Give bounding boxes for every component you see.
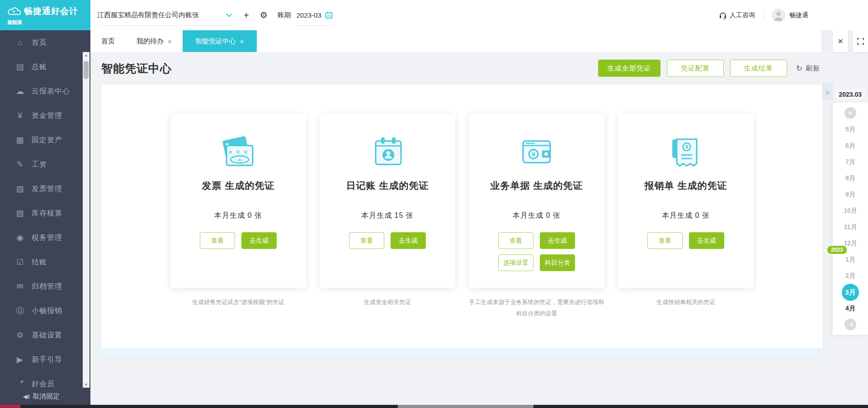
sidebar-item-funds[interactable]: ¥ 资金管理 (0, 103, 90, 128)
money-bag-icon: ¥ (15, 111, 25, 121)
month-item-feb[interactable]: 2月 (845, 268, 855, 284)
refresh-button[interactable]: ↻ 刷新 (793, 60, 823, 77)
month-item-oct[interactable]: 10月 (844, 203, 857, 219)
company-name: 江西服宝精品有限责任公司内账张 (97, 11, 199, 19)
svg-text:¥: ¥ (13, 9, 15, 14)
sidebar-item-closing[interactable]: ☑ 结账 (0, 250, 90, 274)
sidebar-item-inventory[interactable]: ▨ 库存核算 (0, 201, 90, 225)
sidebar-item-cloud-reports[interactable]: ☁ 云报表中心 (0, 79, 90, 103)
generate-result-button[interactable]: 生成结果 (730, 60, 787, 77)
card-expense-vouchers: ¥ 报销单 生成的凭证 本月生成 0 张 查看 去生成 (618, 114, 754, 288)
tab-my-todo[interactable]: 我的待办 × (126, 30, 183, 52)
go-generate-button[interactable]: 去生成 (540, 232, 575, 249)
bottom-edge-red-segment (0, 405, 20, 408)
fullscreen-icon (857, 38, 864, 45)
card-caption: 生成报销单相关的凭证 (618, 297, 754, 319)
page-title: 智能凭证中心 (101, 61, 172, 76)
view-button[interactable]: 查看 (200, 232, 235, 249)
collapse-rail-button[interactable]: » (822, 83, 833, 100)
scrollbar-down-icon[interactable]: ▼ (83, 381, 90, 388)
add-account-button[interactable]: + (244, 11, 249, 20)
go-generate-button[interactable]: 去生成 (241, 232, 277, 249)
card-title: 发票 生成的凭证 (202, 179, 275, 192)
card-count: 本月生成 15 张 (361, 211, 414, 220)
sidebar-item-beginner-guide[interactable]: ▶ 新手引导 (0, 347, 90, 372)
sidebar-scrollbar[interactable]: ▲ ▼ (83, 52, 90, 388)
calendar-icon[interactable] (325, 11, 333, 19)
chevron-down-icon: « (847, 323, 854, 326)
card-caption: 生成销售凭证或含"进项税额"的凭证 (170, 297, 306, 319)
gear-icon: ⚙ (15, 330, 25, 340)
scroll-months-down-button[interactable]: « (844, 319, 856, 330)
sidebar-item-settings[interactable]: ⚙ 基础设置 (0, 323, 90, 347)
card-caption: 生成资金相关凭证 (320, 297, 455, 319)
month-item-mar-selected[interactable]: 3月 (842, 284, 859, 301)
month-rail: « 5月 6月 7月 8月 9月 10月 11月 12月 1月 2月 3月 4月… (833, 103, 868, 335)
voucher-config-button[interactable]: 凭证配置 (667, 60, 724, 77)
option-settings-button[interactable]: 选项设置 (498, 254, 533, 271)
view-button[interactable]: 查看 (349, 232, 384, 249)
user-menu[interactable]: 畅捷通 (772, 9, 808, 22)
archive-icon: ✉ (15, 281, 25, 291)
tab-smart-voucher-center[interactable]: 智能凭证中心 × (183, 30, 257, 52)
tab-close-icon[interactable]: × (168, 38, 172, 45)
card-title: 日记账 生成的凭证 (346, 179, 429, 192)
close-all-tabs-button[interactable]: × (833, 30, 848, 52)
svg-text:✕✕✕: ✕✕✕ (228, 149, 251, 155)
go-generate-button[interactable]: 去生成 (689, 232, 724, 249)
sidebar-item-invoice-management[interactable]: ▧ 发票管理 (0, 177, 90, 201)
sidebar-item-payroll[interactable]: ✎ 工资 (0, 152, 90, 177)
go-generate-button[interactable]: 去生成 (391, 232, 426, 249)
home-icon: ⌂ (15, 38, 25, 47)
product-name: 畅捷通好会计 (24, 5, 78, 17)
unpin-sidebar-button[interactable]: ◀‖ 取消固定 (0, 388, 83, 405)
card-count: 本月生成 0 张 (214, 211, 262, 220)
close-icon: × (838, 36, 843, 47)
scrollbar-thumb[interactable] (84, 61, 89, 79)
month-item-may[interactable]: 5月 (845, 122, 855, 138)
tab-close-icon[interactable]: × (240, 38, 244, 45)
support-link[interactable]: 人工咨询 (719, 11, 755, 19)
month-item-jan[interactable]: 1月 (845, 252, 855, 268)
card-count: 本月生成 0 张 (662, 211, 710, 220)
avatar (772, 9, 785, 22)
payroll-icon: ✎ (15, 159, 25, 169)
cloud-logo-icon: ¥ (7, 6, 21, 17)
bottom-edge-gray-segment (398, 405, 533, 408)
month-item-sep[interactable]: 9月 (845, 187, 855, 203)
card-caption: 手工生成来源于业务系统的凭证，需要先进行选项和科目分类的设置 (469, 297, 604, 319)
current-period-chip: 2023.03 (835, 89, 866, 100)
sidebar-item-fixed-assets[interactable]: ▦ 固定资产 (0, 128, 90, 152)
period-value: 2023-03 (297, 11, 321, 19)
sidebar-item-general-ledger[interactable]: ▤ 总账 (0, 55, 90, 79)
sidebar-item-home[interactable]: ⌂ 首页 (0, 30, 90, 55)
bottom-edge-strip (0, 405, 868, 408)
header: ¥ 畅捷通好会计 旗舰版 江西服宝精品有限责任公司内账张 + ⚙ 账期 2023… (0, 0, 868, 30)
receipt-scroll-icon: ¥ (662, 133, 709, 172)
fullscreen-button[interactable] (853, 30, 868, 52)
generate-all-vouchers-button[interactable]: 生成全部凭证 (598, 60, 660, 77)
month-item-nov[interactable]: 11月 (844, 219, 857, 235)
period-label: 账期 (278, 11, 291, 19)
gear-icon[interactable]: ⚙ (260, 11, 268, 19)
month-item-jul[interactable]: 7月 (845, 154, 855, 170)
tab-home[interactable]: 首页 (90, 30, 126, 52)
scrollbar-up-icon[interactable]: ▲ (83, 52, 90, 58)
subject-category-button[interactable]: 科目分类 (540, 254, 575, 271)
month-item-jun[interactable]: 6月 (845, 138, 855, 154)
panel-footer-strip (101, 348, 823, 358)
main-content: 智能凭证中心 生成全部凭证 凭证配置 生成结果 ↻ 刷新 ✕✕✕ (90, 52, 868, 405)
view-button[interactable]: 查看 (647, 232, 683, 249)
month-item-apr[interactable]: 4月 (845, 300, 855, 317)
sidebar-item-expense[interactable]: Ⓖ 小畅报销 (0, 299, 90, 323)
view-button[interactable]: 查看 (498, 232, 533, 249)
scroll-months-up-button[interactable]: « (844, 107, 856, 119)
company-selector[interactable]: 江西服宝精品有限责任公司内账张 (97, 5, 233, 26)
sidebar-item-tax[interactable]: ◉ 税务管理 (0, 225, 90, 250)
month-item-aug[interactable]: 8月 (845, 170, 855, 187)
ledger-icon: ▤ (15, 62, 25, 72)
username: 畅捷通 (789, 11, 808, 19)
sidebar-item-archive[interactable]: ✉ 归档管理 (0, 274, 90, 299)
period-selector[interactable]: 2023-03 (296, 5, 334, 26)
wallet-icon: ¥ (513, 133, 560, 172)
